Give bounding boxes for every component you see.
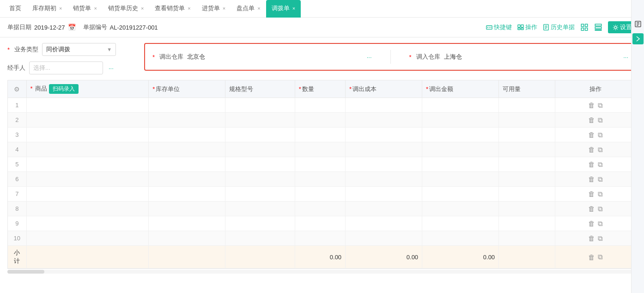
product-cell[interactable] — [26, 187, 149, 201]
transfer-amount-cell[interactable] — [422, 142, 499, 157]
quantity-cell[interactable] — [295, 98, 345, 113]
scrollbar-thumb[interactable] — [7, 270, 44, 274]
unit-cell[interactable] — [149, 172, 225, 187]
spec-cell[interactable] — [225, 98, 295, 113]
unit-cell[interactable] — [149, 231, 225, 246]
tab-inventory-init[interactable]: 库存期初 × — [27, 0, 67, 18]
product-cell[interactable] — [26, 231, 149, 246]
copy-icon[interactable]: ⧉ — [598, 175, 603, 183]
delete-icon[interactable]: 🗑 — [588, 146, 595, 153]
available-cell[interactable] — [499, 187, 555, 201]
business-type-select[interactable]: 同价调拨 ▼ — [42, 43, 116, 56]
tab-close-sales-order[interactable]: × — [94, 6, 97, 11]
spec-cell[interactable] — [225, 172, 295, 187]
transfer-amount-cell[interactable] — [422, 172, 499, 187]
product-cell[interactable] — [26, 157, 149, 172]
tab-home[interactable]: 首页 — [4, 0, 27, 18]
copy-icon[interactable]: ⧉ — [598, 146, 603, 154]
transfer-cost-cell[interactable] — [346, 142, 422, 157]
product-cell[interactable] — [26, 142, 149, 157]
quantity-cell[interactable] — [295, 113, 345, 128]
transfer-amount-cell[interactable] — [422, 128, 499, 142]
sidebar-list-icon[interactable] — [632, 18, 644, 30]
transfer-cost-cell[interactable] — [346, 98, 422, 113]
copy-icon[interactable]: ⧉ — [598, 116, 603, 124]
handler-more-icon[interactable]: ··· — [109, 65, 114, 72]
transfer-amount-cell[interactable] — [422, 98, 499, 113]
spec-cell[interactable] — [225, 201, 295, 216]
available-cell[interactable] — [499, 201, 555, 216]
transfer-in-more-icon[interactable]: ··· — [623, 54, 628, 61]
transfer-amount-cell[interactable] — [422, 231, 499, 246]
delete-icon[interactable]: 🗑 — [588, 220, 595, 227]
transfer-cost-cell[interactable] — [346, 216, 422, 231]
tab-transfer-order[interactable]: 调拨单 × — [266, 0, 301, 18]
transfer-amount-cell[interactable] — [422, 201, 499, 216]
delete-icon[interactable]: 🗑 — [588, 205, 595, 213]
quantity-cell[interactable] — [295, 231, 345, 246]
product-cell[interactable] — [26, 172, 149, 187]
spec-cell[interactable] — [225, 187, 295, 201]
sidebar-expand-icon[interactable] — [632, 33, 644, 44]
history-action[interactable]: 历史单据 — [543, 23, 575, 31]
transfer-amount-cell[interactable] — [422, 216, 499, 231]
unit-cell[interactable] — [149, 187, 225, 201]
tab-close-transfer-order[interactable]: × — [292, 6, 295, 11]
transfer-out-more-icon[interactable]: ··· — [367, 54, 372, 61]
quantity-cell[interactable] — [295, 142, 345, 157]
available-cell[interactable] — [499, 128, 555, 142]
transfer-cost-cell[interactable] — [346, 201, 422, 216]
spec-cell[interactable] — [225, 113, 295, 128]
delete-icon[interactable]: 🗑 — [588, 234, 595, 242]
delete-icon[interactable]: 🗑 — [588, 175, 595, 183]
product-cell[interactable] — [26, 113, 149, 128]
spec-cell[interactable] — [225, 216, 295, 231]
calendar-icon[interactable]: 📅 — [68, 24, 76, 31]
spec-cell[interactable] — [225, 231, 295, 246]
transfer-cost-cell[interactable] — [346, 128, 422, 142]
delete-icon[interactable]: 🗑 — [588, 131, 595, 139]
unit-cell[interactable] — [149, 113, 225, 128]
transfer-cost-cell[interactable] — [346, 113, 422, 128]
copy-icon[interactable]: ⧉ — [598, 234, 603, 243]
available-cell[interactable] — [499, 142, 555, 157]
transfer-amount-cell[interactable] — [422, 187, 499, 201]
tab-close-inventory-init[interactable]: × — [59, 6, 62, 11]
tab-inventory-check[interactable]: 盘点单 × — [231, 0, 266, 18]
product-cell[interactable] — [26, 98, 149, 113]
scan-button[interactable]: 扫码录入 — [49, 84, 79, 94]
available-cell[interactable] — [499, 98, 555, 113]
delete-icon[interactable]: 🗑 — [588, 116, 595, 124]
layout2-icon[interactable] — [594, 23, 602, 31]
copy-icon[interactable]: ⧉ — [598, 101, 603, 110]
scrollbar-area[interactable] — [7, 270, 637, 274]
handler-select[interactable]: 选择... — [29, 61, 103, 74]
copy-icon[interactable]: ⧉ — [598, 190, 603, 198]
product-cell[interactable] — [26, 216, 149, 231]
spec-cell[interactable] — [225, 157, 295, 172]
delete-icon[interactable]: 🗑 — [588, 101, 595, 109]
tab-close-sales-history[interactable]: × — [141, 6, 144, 11]
delete-icon[interactable]: 🗑 — [588, 190, 595, 198]
operation-action[interactable]: 操作 — [517, 23, 537, 31]
tab-close-view-sales[interactable]: × — [188, 6, 190, 11]
transfer-amount-cell[interactable] — [422, 113, 499, 128]
tab-sales-order[interactable]: 销货单 × — [67, 0, 102, 18]
copy-icon[interactable]: ⧉ — [598, 220, 603, 228]
available-cell[interactable] — [499, 157, 555, 172]
quantity-cell[interactable] — [295, 128, 345, 142]
transfer-cost-cell[interactable] — [346, 172, 422, 187]
quantity-cell[interactable] — [295, 187, 345, 201]
transfer-cost-cell[interactable] — [346, 231, 422, 246]
copy-icon[interactable]: ⧉ — [598, 160, 603, 169]
shortcut-action[interactable]: 快捷键 — [486, 23, 512, 31]
unit-cell[interactable] — [149, 98, 225, 113]
unit-cell[interactable] — [149, 157, 225, 172]
quantity-cell[interactable] — [295, 201, 345, 216]
transfer-amount-cell[interactable] — [422, 157, 499, 172]
delete-icon[interactable]: 🗑 — [588, 253, 595, 261]
tab-purchase-order[interactable]: 进货单 × — [196, 0, 231, 18]
available-cell[interactable] — [499, 231, 555, 246]
unit-cell[interactable] — [149, 142, 225, 157]
copy-icon[interactable]: ⧉ — [598, 205, 603, 213]
